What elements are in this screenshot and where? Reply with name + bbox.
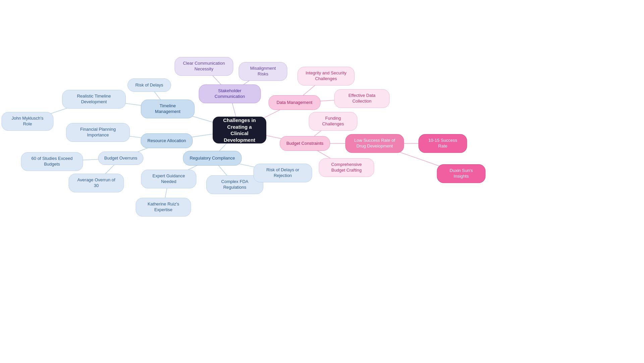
risk-delay-reject: Risk of Delays or Rejection [254,164,312,182]
expert-guidance: Expert Guidance Needed [141,170,197,188]
misalignment: Misalignment Risks [239,62,287,81]
stakeholder-comm: Stakeholder Communication [199,84,261,103]
resource-alloc: Resource Allocation [141,133,193,148]
john-myklusch: John Myklusch's Role [2,112,54,131]
integrity-security: Integrity and Security Challenges [298,67,355,85]
budget-constraints: Budget Constraints [280,136,330,151]
budget-overruns: Budget Overruns [98,152,144,165]
60-studies: 60 of Studies Exceed Budgets [21,152,83,171]
comprehensive-budget: Comprehensive Budget Crafting [319,158,374,177]
risk-delays-left: Risk of Delays [127,78,171,92]
clear-comm: Clear Communication Necessity [175,57,233,76]
katherine-ruiz: Katherine Ruiz's Expertise [136,198,191,217]
duxin-sun: Duxin Sun's Insights [437,164,486,183]
10-15-success: 10-15 Success Rate [419,134,467,153]
timeline-mgmt: Timeline Management [141,100,195,118]
low-success: Low Success Rate of Drug Development [345,134,404,153]
center-node: Common Challenges in Creating a Clinical… [213,117,266,143]
avg-overrun: Average Overrun of 30 [69,174,124,192]
effective-data: Effective Data Collection [334,89,390,108]
financial-planning: Financial Planning Importance [66,123,130,142]
regulatory: Regulatory Compliance [183,151,242,166]
data-mgmt: Data Management [269,95,321,110]
funding-challenges: Funding Challenges [309,112,358,131]
realistic-timeline: Realistic Timeline Development [62,90,126,109]
mindmap: Common Challenges in Creating a Clinical… [0,0,644,363]
